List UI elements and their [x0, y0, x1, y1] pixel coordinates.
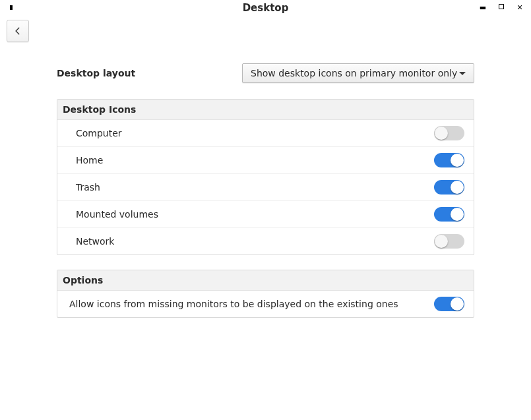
row-label-allow-missing-monitors: Allow icons from missing monitors to be …	[69, 299, 434, 309]
nav-row	[0, 16, 531, 47]
chevron-left-icon	[13, 26, 22, 36]
toggle-trash[interactable]	[434, 180, 464, 195]
window-maximize-icon[interactable]	[497, 0, 506, 16]
back-button[interactable]	[7, 20, 29, 42]
desktop-layout-select[interactable]: Show desktop icons on primary monitor on…	[242, 63, 474, 83]
desktop-layout-value: Show desktop icons on primary monitor on…	[251, 68, 459, 78]
row-trash: Trash	[57, 174, 474, 201]
toggle-allow-missing-monitors[interactable]	[434, 297, 464, 311]
desktop-icons-panel: Desktop Icons Computer Home Trash Mounte…	[57, 99, 474, 255]
chevron-down-icon	[459, 72, 466, 75]
toggle-home[interactable]	[434, 153, 464, 167]
content-area: Desktop layout Show desktop icons on pri…	[0, 47, 531, 318]
row-home: Home	[57, 147, 474, 174]
window-menu-icon[interactable]	[7, 0, 16, 16]
row-label-trash: Trash	[76, 182, 434, 193]
window-title: Desktop	[243, 2, 289, 14]
options-header: Options	[57, 270, 474, 291]
toggle-mounted-volumes[interactable]	[434, 207, 464, 222]
row-allow-missing-monitors: Allow icons from missing monitors to be …	[57, 291, 474, 317]
titlebar: Desktop ▬ ✕	[0, 0, 531, 16]
row-computer: Computer	[57, 120, 474, 147]
row-network: Network	[57, 228, 474, 255]
row-label-mounted-volumes: Mounted volumes	[76, 209, 434, 220]
toggle-computer[interactable]	[434, 126, 464, 140]
row-label-home: Home	[76, 155, 434, 165]
desktop-layout-row: Desktop layout Show desktop icons on pri…	[57, 63, 474, 83]
row-label-computer: Computer	[76, 128, 434, 138]
toggle-network[interactable]	[434, 234, 464, 249]
options-panel: Options Allow icons from missing monitor…	[57, 270, 474, 318]
row-mounted-volumes: Mounted volumes	[57, 201, 474, 228]
row-label-network: Network	[76, 236, 434, 247]
desktop-layout-label: Desktop layout	[57, 68, 135, 78]
window-minimize-icon[interactable]: ▬	[478, 0, 487, 16]
window-close-icon[interactable]: ✕	[515, 0, 524, 16]
desktop-icons-header: Desktop Icons	[57, 100, 474, 120]
